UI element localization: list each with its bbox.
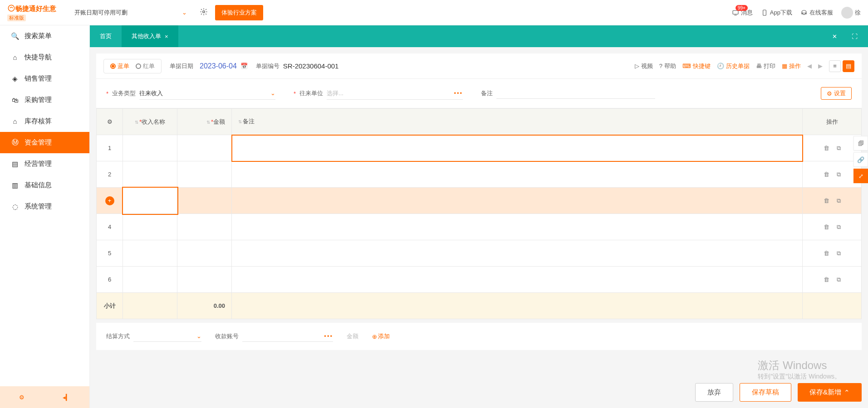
delete-icon[interactable]: 🗑 (824, 223, 829, 231)
table-row[interactable]: 5 🗑⧉ (97, 240, 862, 267)
delete-icon[interactable]: 🗑 (824, 250, 829, 257)
save-new-button[interactable]: 保存&新增 ⌃ (798, 383, 862, 402)
footer-gear-icon[interactable]: ⚙ (19, 394, 25, 401)
col-settings[interactable]: ⚙ (97, 109, 123, 135)
gear-icon[interactable] (200, 8, 208, 17)
fullscreen-icon[interactable]: ⛶ (846, 28, 863, 44)
biz-type-label: 业务类型 (112, 89, 136, 97)
table-row[interactable]: 6 🗑⧉ (97, 267, 862, 293)
copy-icon[interactable]: ⧉ (837, 250, 841, 257)
cell-note[interactable] (232, 188, 803, 214)
cell-amount[interactable] (177, 135, 232, 161)
cell-income[interactable] (123, 214, 177, 240)
cell-note[interactable] (232, 214, 803, 240)
tab-home[interactable]: 首页 (90, 25, 122, 47)
view-list[interactable]: ≡ (829, 60, 841, 72)
print-link[interactable]: 🖶打印 (756, 62, 775, 70)
add-settlement-button[interactable]: ⊕ 添加 (372, 332, 390, 340)
table-row-add[interactable]: + 🗑⧉ (97, 188, 862, 214)
cell-amount[interactable] (177, 161, 232, 188)
doc-date-value[interactable]: 2023-06-04 (200, 62, 237, 70)
settings-button[interactable]: ⚙ 设置 (821, 87, 852, 100)
online-service-button[interactable]: 在线客服 (800, 9, 833, 17)
cta-button[interactable]: 体验行业方案 (215, 5, 263, 20)
account-dropdown[interactable]: 开账日期可停用可删 ⌄ (74, 9, 192, 17)
save-draft-button[interactable]: 保存草稿 (740, 383, 791, 402)
view-detail[interactable]: ▤ (843, 60, 854, 72)
cell-income[interactable] (123, 267, 177, 293)
sidebar-item-management[interactable]: ▤经营管理 (0, 153, 89, 175)
cell-amount[interactable] (177, 188, 232, 214)
remark-input[interactable] (496, 88, 655, 99)
account-select[interactable]: ••• (242, 331, 333, 342)
copy-icon[interactable]: ⧉ (837, 197, 841, 204)
delete-icon[interactable]: 🗑 (824, 276, 829, 283)
col-note[interactable]: ⇅备注 (232, 109, 803, 135)
sidebar-item-sales[interactable]: ◈销售管理 (0, 68, 89, 89)
cell-income[interactable] (123, 188, 177, 214)
col-amount[interactable]: ⇅*金额 (177, 109, 232, 135)
copy-icon[interactable]: ⧉ (837, 223, 841, 231)
cell-amount[interactable] (177, 267, 232, 293)
copy-icon[interactable]: ⧉ (837, 171, 841, 178)
table-row[interactable]: 1 🗑⧉ (97, 135, 862, 161)
collapse-icon[interactable]: ◂▎ (63, 394, 70, 401)
add-row-icon[interactable]: + (105, 196, 114, 205)
cell-income[interactable] (123, 161, 177, 188)
calendar-icon[interactable]: 📅 (240, 63, 248, 69)
sidebar-item-inventory[interactable]: ⌂库存核算 (0, 111, 89, 132)
table-row[interactable]: 2 🗑⧉ (97, 161, 862, 188)
rail-expand-icon[interactable]: ⤢ (853, 169, 868, 183)
radio-red[interactable]: 红单 (136, 62, 155, 70)
user-name: 徐 (855, 9, 861, 17)
col-income[interactable]: ⇅*收入名称 (123, 109, 177, 135)
cell-income[interactable] (123, 135, 177, 161)
cell-amount[interactable] (177, 214, 232, 240)
history-link[interactable]: 🕘历史单据 (717, 62, 750, 70)
delete-icon[interactable]: 🗑 (824, 197, 829, 204)
prev-icon[interactable]: ◀ (807, 63, 812, 69)
cell-note[interactable] (232, 135, 803, 161)
cell-note[interactable] (232, 267, 803, 293)
biz-type-select[interactable]: 往来收入 ⌄ (139, 87, 275, 100)
cell-amount[interactable] (177, 240, 232, 267)
sidebar-item-system[interactable]: ◌系统管理 (0, 196, 89, 217)
operate-link[interactable]: ▦操作 (782, 62, 801, 70)
copy-icon[interactable]: ⧉ (837, 276, 841, 283)
tab-other-income[interactable]: 其他收入单 × (122, 25, 178, 47)
delete-icon[interactable]: 🗑 (824, 171, 829, 178)
svg-point-0 (8, 5, 15, 11)
user-menu[interactable]: 徐 (841, 7, 861, 19)
video-link[interactable]: ▷视频 (635, 62, 653, 70)
line-table: ⚙ ⇅*收入名称 ⇅*金额 ⇅备注 操作 1 (96, 108, 862, 319)
shortcut-link[interactable]: ⌨快捷键 (682, 62, 711, 70)
partner-select[interactable]: 选择... ••• (327, 87, 463, 100)
app-download-button[interactable]: App下载 (761, 9, 792, 17)
table-row[interactable]: 4 🗑⧉ (97, 214, 862, 240)
sidebar-item-quicknav[interactable]: ⌂快捷导航 (0, 47, 89, 68)
cell-note[interactable] (232, 161, 803, 188)
sidebar-item-label: 基础信息 (25, 181, 52, 189)
rail-note-icon[interactable]: 🗐 (853, 136, 868, 151)
keyboard-icon: ⌨ (682, 63, 691, 69)
next-icon[interactable]: ▶ (818, 63, 823, 69)
row-index: 2 (97, 161, 123, 188)
tab-close-all[interactable]: ✕ (826, 28, 843, 44)
delete-icon[interactable]: 🗑 (824, 145, 829, 152)
sidebar-item-finance[interactable]: Ⓜ资金管理 (0, 132, 89, 153)
cell-income[interactable] (123, 240, 177, 267)
close-icon[interactable]: × (165, 33, 168, 40)
discard-button[interactable]: 放弃 (695, 383, 733, 402)
cell-note[interactable] (232, 240, 803, 267)
sidebar-item-baseinfo[interactable]: ▥基础信息 (0, 175, 89, 196)
sidebar-item-search[interactable]: 🔍搜索菜单 (0, 25, 89, 47)
radio-blue[interactable]: 蓝单 (110, 62, 129, 70)
messages-button[interactable]: 99+ 消息 (732, 9, 753, 17)
tool-label: 快捷键 (693, 62, 711, 70)
settle-method-select[interactable]: ⌄ (133, 331, 201, 342)
sidebar-item-purchase[interactable]: 🛍采购管理 (0, 89, 89, 111)
rail-link-icon[interactable]: 🔗 (853, 152, 868, 167)
tool-label: 历史单据 (726, 62, 750, 70)
help-link[interactable]: ?帮助 (659, 62, 676, 70)
copy-icon[interactable]: ⧉ (837, 145, 841, 152)
